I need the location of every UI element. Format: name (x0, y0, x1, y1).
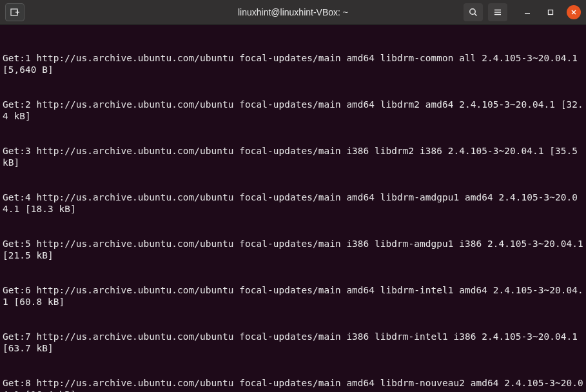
menu-button[interactable] (488, 3, 507, 21)
terminal-output[interactable]: Get:1 http://us.archive.ubuntu.com/ubunt… (0, 25, 586, 392)
output-line: Get:6 http://us.archive.ubuntu.com/ubunt… (3, 284, 583, 308)
maximize-icon (547, 9, 554, 15)
window-controls (520, 5, 581, 19)
titlebar-right (464, 3, 581, 21)
output-line: Get:2 http://us.archive.ubuntu.com/ubunt… (3, 99, 583, 122)
output-line: Get:8 http://us.archive.ubuntu.com/ubunt… (3, 377, 583, 392)
titlebar-left (5, 3, 24, 21)
close-button[interactable] (567, 5, 581, 19)
svg-rect-10 (549, 10, 553, 15)
output-line: Get:1 http://us.archive.ubuntu.com/ubunt… (3, 52, 583, 75)
output-line: Get:3 http://us.archive.ubuntu.com/ubunt… (3, 145, 583, 168)
new-tab-icon (10, 7, 20, 17)
output-line: Get:5 http://us.archive.ubuntu.com/ubunt… (3, 238, 583, 261)
output-line: Get:7 http://us.archive.ubuntu.com/ubunt… (3, 331, 583, 354)
minimize-icon (524, 9, 531, 15)
svg-point-4 (470, 9, 475, 14)
output-line: Get:4 http://us.archive.ubuntu.com/ubunt… (3, 191, 583, 215)
new-tab-button[interactable] (5, 3, 24, 21)
window-title: linuxhint@linuxhint-VBox: ~ (238, 7, 348, 17)
close-icon (571, 9, 577, 15)
hamburger-icon (493, 8, 502, 17)
svg-line-5 (474, 14, 476, 15)
search-icon (469, 8, 478, 17)
minimize-button[interactable] (520, 5, 534, 19)
titlebar: linuxhint@linuxhint-VBox: ~ (0, 0, 586, 25)
maximize-button[interactable] (543, 5, 558, 19)
search-button[interactable] (464, 3, 483, 21)
